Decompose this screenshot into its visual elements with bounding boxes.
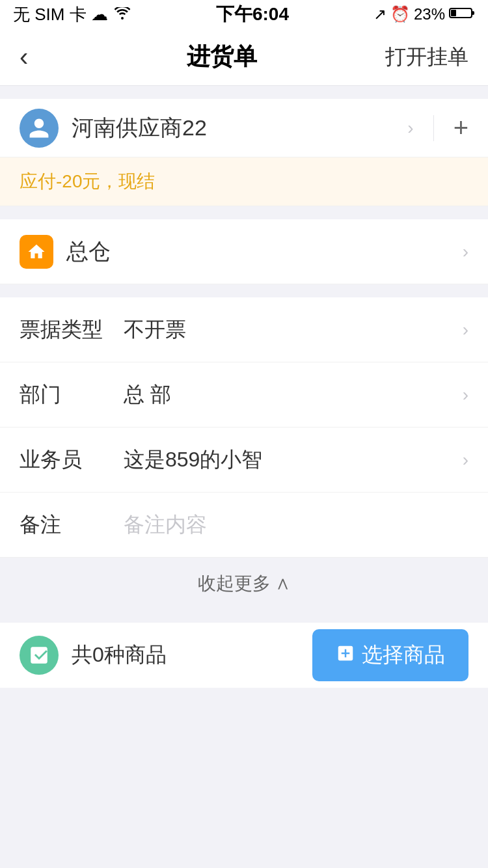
department-chevron-icon: › [463,385,468,405]
product-count: 共0种商品 [72,641,312,670]
remark-row[interactable]: 备注 备注内容 [0,493,488,558]
status-bar: 无 SIM 卡 ☁ 下午6:04 ↗ ⏰ 23% [0,0,488,29]
gap-2 [0,206,488,219]
collapse-row[interactable]: 收起更多 ∧ [0,558,488,610]
location-icon: ↗ [373,5,386,23]
status-left: 无 SIM 卡 ☁ [13,3,131,26]
supplier-avatar [20,109,59,148]
page-title: 进货单 [187,41,257,73]
sim-status: 无 SIM 卡 ☁ [13,3,108,26]
department-row[interactable]: 部门 总 部 › [0,362,488,427]
department-label: 部门 [20,381,124,409]
nav-bar: ‹ 进货单 打开挂单 [0,29,488,86]
invoice-type-row[interactable]: 票据类型 不开票 › [0,297,488,362]
warehouse-row[interactable]: 总仓 › [0,219,488,284]
add-supplier-button[interactable]: + [454,113,468,142]
warehouse-chevron-icon: › [463,241,468,262]
gap-1 [0,86,488,99]
select-product-label: 选择商品 [362,641,445,670]
warehouse-icon [20,235,53,269]
supplier-chevron-icon: › [407,118,413,139]
bottom-area [0,688,488,868]
select-product-button[interactable]: 选择商品 [312,629,468,681]
product-icon [20,636,59,675]
select-product-icon [336,644,355,668]
department-value: 总 部 [124,381,463,409]
salesperson-row[interactable]: 业务员 这是859的小智 › [0,427,488,493]
battery-level: 23% [414,5,445,23]
warehouse-name: 总仓 [66,237,463,267]
gap-3 [0,284,488,297]
invoice-type-chevron-icon: › [463,319,468,340]
remark-label: 备注 [20,511,124,539]
salesperson-chevron-icon: › [463,450,468,470]
product-bar: 共0种商品 选择商品 [0,623,488,688]
svg-rect-1 [472,11,474,15]
invoice-type-label: 票据类型 [20,316,124,344]
alarm-icon: ⏰ [390,5,410,23]
supplier-name: 河南供应商22 [72,113,407,143]
status-time: 下午6:04 [216,2,289,27]
battery-icon [449,5,475,23]
invoice-type-value: 不开票 [124,316,463,344]
svg-rect-2 [451,10,456,16]
salesperson-value: 这是859的小智 [124,446,463,474]
notice-bar: 应付-20元，现结 [0,157,488,206]
form-section: 票据类型 不开票 › 部门 总 部 › 业务员 这是859的小智 › 备注 备注… [0,297,488,558]
supplier-section: 河南供应商22 › + 应付-20元，现结 [0,99,488,206]
supplier-divider [433,115,434,141]
back-button[interactable]: ‹ [20,42,59,72]
supplier-row[interactable]: 河南供应商22 › + [0,99,488,157]
status-right: ↗ ⏰ 23% [373,5,475,23]
collapse-label: 收起更多 ∧ [198,571,291,596]
remark-input[interactable]: 备注内容 [124,511,468,539]
gap-4 [0,610,488,623]
open-pending-button[interactable]: 打开挂单 [385,43,468,72]
wifi-icon [113,5,131,25]
salesperson-label: 业务员 [20,446,124,474]
